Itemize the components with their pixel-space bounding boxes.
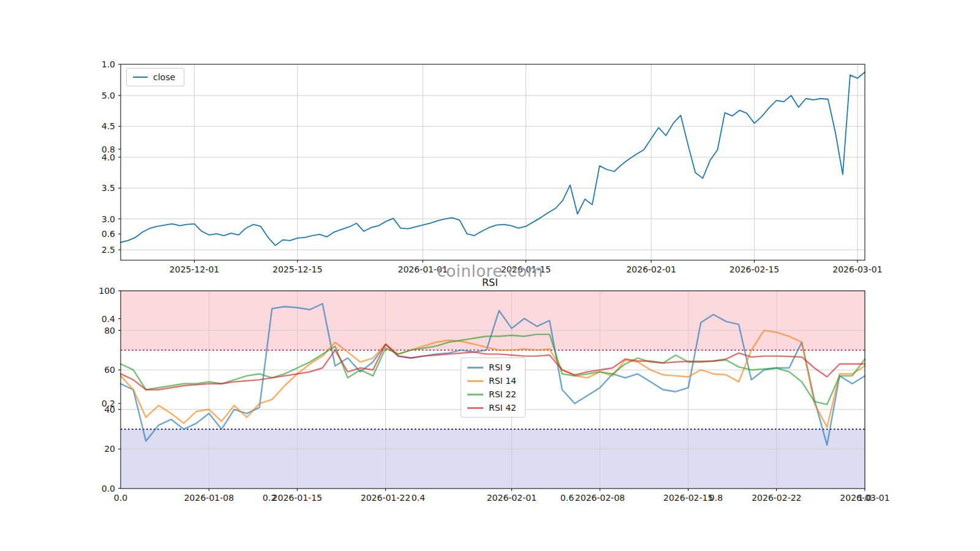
rsi-twin-x-label: 0.6 xyxy=(560,493,574,503)
rsi-y-tick-label: 80 xyxy=(104,326,115,335)
price-y-tick-label: 4.5 xyxy=(102,121,115,131)
rsi-legend-item: RSI 14 xyxy=(467,376,516,386)
rsi22-legend-label: RSI 22 xyxy=(489,389,516,399)
rsi42-legend-label: RSI 42 xyxy=(489,403,516,413)
price-twin-y-label: 0.8 xyxy=(102,144,115,154)
price-y-tick-label: 3.0 xyxy=(102,214,115,224)
price-twin-y-label: 1.0 xyxy=(102,59,115,69)
rsi-twin-y-label: 0.4 xyxy=(102,314,115,324)
rsi-legend-item: RSI 42 xyxy=(467,403,516,413)
price-x-tick-label: 2025-12-15 xyxy=(273,264,322,274)
rsi-band-overbought xyxy=(121,291,865,350)
price-series xyxy=(121,72,865,246)
price-axes xyxy=(121,64,865,260)
rsi22-line-swatch xyxy=(467,394,483,395)
price-y-tick-label: 3.5 xyxy=(102,183,115,193)
rsi-twin-x-label: 0.4 xyxy=(412,493,425,503)
rsi-band-oversold xyxy=(121,429,865,489)
close-legend: close xyxy=(126,68,184,86)
price-x-tick-label: 2025-12-01 xyxy=(170,264,219,274)
price-x-tick-label: 2026-02-15 xyxy=(729,264,779,274)
price-line-close xyxy=(121,72,865,246)
rsi-x-tick-label: 2026-02-15 xyxy=(663,493,713,503)
rsi-legend-item: RSI 22 xyxy=(467,389,516,399)
rsi-twin-x-label: 1.0 xyxy=(858,493,872,503)
close-legend-line-swatch xyxy=(133,77,148,78)
rsi-x-tick-label: 2026-02-08 xyxy=(575,493,625,503)
rsi-y-tick-label: 100 xyxy=(99,286,115,296)
rsi-twin-x-label: 0.0 xyxy=(114,493,127,503)
rsi-twin-x-label: 0.2 xyxy=(263,493,276,503)
rsi-x-tick-label: 2026-02-22 xyxy=(752,493,801,503)
rsi-legend-item: RSI 9 xyxy=(467,362,516,372)
rsi9-legend-label: RSI 9 xyxy=(489,362,511,372)
rsi14-legend-label: RSI 14 xyxy=(489,376,516,386)
rsi-y-tick-label: 60 xyxy=(104,365,115,375)
rsi-twin-y-label: 0.2 xyxy=(102,399,115,408)
price-spines xyxy=(121,64,865,260)
price-frame: 2025-12-012025-12-152026-01-012026-01-15… xyxy=(102,59,883,274)
rsi42-line-swatch xyxy=(467,407,483,409)
close-legend-label: close xyxy=(153,72,175,82)
rsi-x-tick-label: 2026-01-08 xyxy=(184,493,233,503)
price-twin-y-label: 0.6 xyxy=(102,229,115,239)
rsi14-line-swatch xyxy=(467,380,483,382)
price-x-tick-label: 2026-02-01 xyxy=(626,264,676,274)
rsi-twin-x-label: 0.8 xyxy=(709,493,723,503)
price-y-tick-label: 5.0 xyxy=(102,91,115,100)
price-y-tick-label: 2.5 xyxy=(102,245,115,255)
figure: 2025-12-012025-12-152026-01-012026-01-15… xyxy=(0,0,980,551)
rsi-x-tick-label: 2026-02-01 xyxy=(487,493,537,503)
rsi9-line-swatch xyxy=(467,367,483,369)
rsi-chart-title: RSI xyxy=(482,277,498,288)
price-x-tick-label: 2026-03-01 xyxy=(832,264,882,274)
rsi-x-tick-label: 2026-01-22 xyxy=(361,493,410,503)
rsi-twin-y-label: 0.0 xyxy=(102,484,115,493)
rsi-x-tick-label: 2026-01-15 xyxy=(273,493,322,503)
rsi-legend: RSI 9 RSI 14 RSI 22 RSI 42 xyxy=(461,358,526,418)
rsi-y-tick-label: 20 xyxy=(104,444,115,454)
